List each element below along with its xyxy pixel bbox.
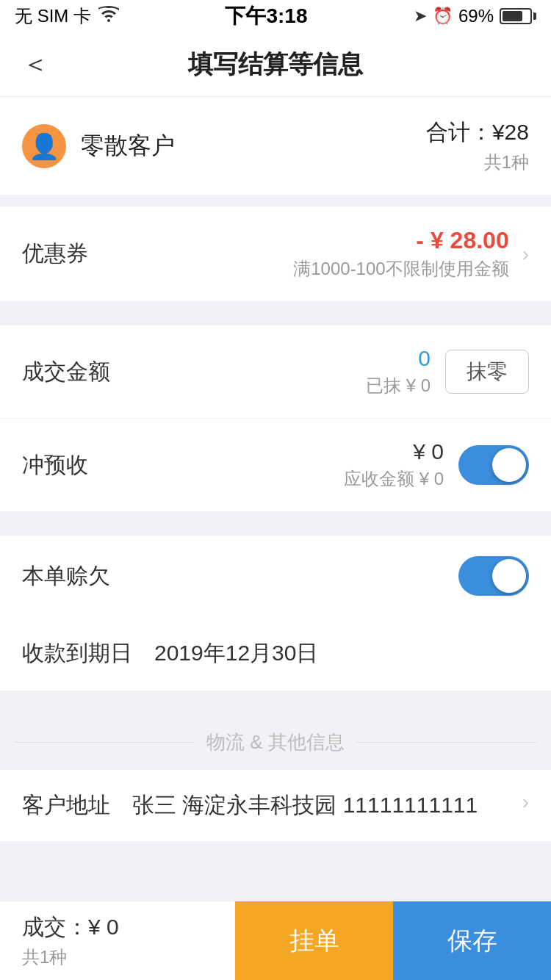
customer-info-left: 👤 零散客户 xyxy=(22,124,175,168)
round-zero-button[interactable]: 抹零 xyxy=(445,350,529,394)
address-value: 张三 海淀永丰科技园 11111111111 xyxy=(132,790,516,821)
address-left: 客户地址 张三 海淀永丰科技园 11111111111 xyxy=(22,790,516,821)
separator-2 xyxy=(0,524,551,536)
nav-bar: ＜ 填写结算等信息 xyxy=(0,32,551,97)
bottom-deal-amount: 成交：¥ 0 xyxy=(22,912,213,943)
page-title: 填写结算等信息 xyxy=(188,48,363,82)
debit-card: 本单赊欠 收款到期日 2019年12月30日 xyxy=(0,536,551,691)
logistics-section-header: 物流 & 其他信息 xyxy=(0,715,551,770)
avatar: 👤 xyxy=(22,124,66,168)
debit-row: 本单赊欠 xyxy=(0,536,551,616)
deal-amount-label: 成交金额 xyxy=(22,357,110,387)
battery-percent: 69% xyxy=(458,6,494,26)
separator-3 xyxy=(0,703,551,715)
alarm-icon: ⏰ xyxy=(433,7,453,26)
status-bar: 无 SIM 卡 下午3:18 ➤ ⏰ 69% xyxy=(0,0,551,32)
due-date-label: 收款到期日 xyxy=(22,638,132,669)
bottom-count: 共1种 xyxy=(22,945,213,969)
status-time: 下午3:18 xyxy=(225,2,307,30)
debit-label: 本单赊欠 xyxy=(22,561,110,591)
customer-info-right: 合计：¥28 共1种 xyxy=(426,118,529,174)
hang-order-button[interactable]: 挂单 xyxy=(235,901,393,980)
avatar-icon: 👤 xyxy=(29,131,60,161)
logistics-label: 物流 & 其他信息 xyxy=(206,729,345,755)
coupon-label: 优惠券 xyxy=(22,239,88,269)
customer-row: 👤 零散客户 合计：¥28 共1种 xyxy=(0,97,551,195)
deal-amount-value: 0 xyxy=(366,346,431,371)
back-button[interactable]: ＜ xyxy=(22,46,48,82)
coupon-row[interactable]: 优惠券 - ¥ 28.00 满1000-100不限制使用金额 › xyxy=(0,206,551,302)
address-row[interactable]: 客户地址 张三 海淀永丰科技园 11111111111 › xyxy=(0,770,551,841)
deal-amount-card: 成交金额 0 已抹 ¥ 0 抹零 冲预收 ¥ 0 应收金额 ¥ 0 xyxy=(0,325,551,512)
status-right: ➤ ⏰ 69% xyxy=(414,6,536,26)
due-date-value: 2019年12月30日 xyxy=(154,638,318,669)
bottom-deal-label: 成交： xyxy=(22,915,88,939)
location-icon: ➤ xyxy=(414,7,427,26)
save-button[interactable]: 保存 xyxy=(393,901,551,980)
debit-toggle-knob xyxy=(492,559,526,593)
prepay-row: 冲预收 ¥ 0 应收金额 ¥ 0 xyxy=(0,419,551,512)
prepay-label: 冲预收 xyxy=(22,450,88,480)
due-date-row: 收款到期日 2019年12月30日 xyxy=(0,616,551,691)
coupon-card: 优惠券 - ¥ 28.00 满1000-100不限制使用金额 › xyxy=(0,206,551,302)
carrier-text: 无 SIM 卡 xyxy=(15,4,91,28)
content-area: 👤 零散客户 合计：¥28 共1种 优惠券 - ¥ 28.00 满1000-10… xyxy=(0,97,551,929)
debit-toggle[interactable] xyxy=(458,556,529,596)
status-left: 无 SIM 卡 xyxy=(15,4,119,28)
coupon-value: - ¥ 28.00 xyxy=(293,227,508,254)
coupon-subtext: 满1000-100不限制使用金额 xyxy=(293,257,508,281)
prepay-value: ¥ 0 xyxy=(344,439,444,464)
separator-1 xyxy=(0,314,551,325)
total-amount: 合计：¥28 xyxy=(426,118,529,148)
battery-icon xyxy=(500,8,536,24)
prepay-toggle-knob xyxy=(492,448,526,482)
bottom-info: 成交：¥ 0 共1种 xyxy=(0,912,235,969)
wifi-icon xyxy=(98,6,119,26)
address-chevron-icon: › xyxy=(522,790,529,814)
deal-amount-row: 成交金额 0 已抹 ¥ 0 抹零 xyxy=(0,325,551,419)
bottom-bar: 成交：¥ 0 共1种 挂单 保存 xyxy=(0,901,551,980)
item-count: 共1种 xyxy=(426,151,529,174)
prepay-subtext: 应收金额 ¥ 0 xyxy=(344,467,444,491)
deal-amount-subtext: 已抹 ¥ 0 xyxy=(366,374,431,397)
prepay-toggle[interactable] xyxy=(458,445,529,485)
coupon-chevron-icon: › xyxy=(522,242,529,266)
address-label: 客户地址 xyxy=(22,790,110,821)
customer-name: 零散客户 xyxy=(81,130,175,162)
bottom-deal-value: ¥ 0 xyxy=(88,915,119,939)
